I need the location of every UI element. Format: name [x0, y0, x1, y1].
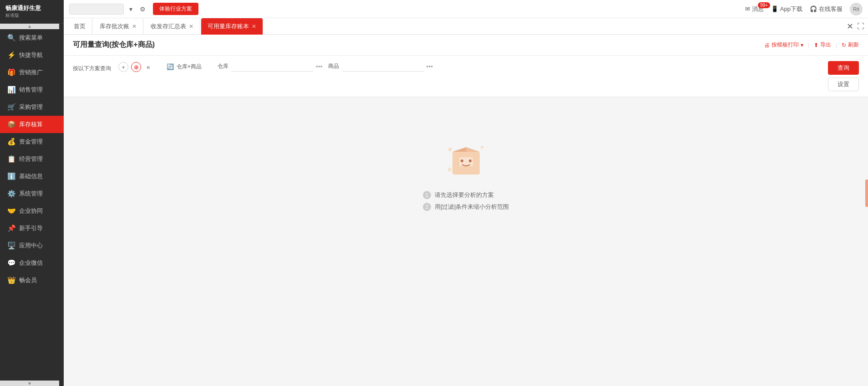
topbar-right: ✉ 消息 99+ 📱 App下载 🎧 在线客服 Rit: [745, 3, 863, 15]
industry-btn[interactable]: 体验行业方案: [153, 3, 198, 15]
action-buttons: 查询 设置: [828, 61, 859, 91]
message-badge: 99+: [758, 2, 770, 8]
dropdown-icon[interactable]: ▾: [127, 4, 134, 15]
empty-tips: 1 请先选择要分析的方案 2 用[过滤]条件来缩小分析范围: [423, 191, 509, 211]
print-template-label: 按模板打印: [772, 41, 799, 49]
export-btn[interactable]: ⬆ 导出: [814, 41, 831, 49]
product-label: 商品: [328, 62, 339, 70]
tab-available-stock-close[interactable]: ✕: [252, 23, 256, 30]
flash-icon: ⚡: [7, 51, 15, 59]
svg-marker-2: [466, 147, 480, 152]
filter-field-product: 商品 •••: [328, 61, 433, 72]
refresh-icon: ↻: [842, 42, 846, 48]
separator-1: |: [808, 42, 809, 48]
sidebar-item-label: 搜索菜单: [19, 34, 43, 42]
tip-num-2: 2: [423, 203, 431, 211]
app-name: 畅康通好生意: [5, 5, 58, 12]
online-service-btn[interactable]: 🎧 在线客服: [810, 5, 843, 13]
refresh-btn[interactable]: ↻ 刷新: [842, 41, 859, 49]
sidebar-logo: 畅康通好生意 标准版: [0, 0, 64, 24]
sidebar-item-operations[interactable]: 📋 经营管理: [0, 150, 64, 168]
sidebar-scroll-down[interactable]: ▼: [0, 381, 59, 386]
scheme-label: 仓库+商品: [177, 63, 202, 71]
printer-icon: 🖨: [764, 42, 770, 48]
svg-point-4: [461, 160, 463, 162]
sidebar-item-shortcut[interactable]: ⚡ 快捷导航: [0, 46, 64, 64]
sidebar-item-marketing[interactable]: 🎁 营销推广: [0, 64, 64, 81]
cart-icon: 🛒: [7, 103, 15, 111]
sidebar: 畅康通好生意 标准版 ▲ 🔍 搜索菜单 ⚡ 快捷导航 🎁 营销推广 📊 销售管理…: [0, 0, 64, 386]
export-label: 导出: [820, 41, 831, 49]
username: Rit: [853, 6, 859, 12]
sidebar-item-member[interactable]: 👑 畅会员: [0, 272, 64, 289]
add-scheme-btn[interactable]: +: [118, 62, 128, 72]
sidebar-item-wechat[interactable]: 💬 企业微信: [0, 254, 64, 272]
clipboard-icon: 📋: [7, 155, 15, 163]
separator-2: |: [836, 42, 837, 48]
sidebar-scroll-up[interactable]: ▲: [0, 24, 59, 29]
settings-icon[interactable]: ⚙: [138, 4, 147, 15]
product-more-btn[interactable]: •••: [426, 63, 433, 70]
topbar-search-input[interactable]: [69, 4, 124, 15]
sidebar-item-label: 营销推广: [19, 68, 43, 77]
sidebar-item-app-center[interactable]: 🖥️ 应用中心: [0, 237, 64, 254]
box-icon: 📦: [7, 120, 15, 129]
right-scroll-indicator: [865, 180, 868, 207]
sidebar-item-search[interactable]: 🔍 搜索菜单: [0, 29, 64, 46]
sidebar-nav: 🔍 搜索菜单 ⚡ 快捷导航 🎁 营销推广 📊 销售管理 🛒 采购管理 📦 库存核…: [0, 29, 64, 381]
close-all-tabs-btn[interactable]: ✕: [847, 21, 853, 31]
content-area: 可用量查询(按仓库+商品) 🖨 按模板打印 ▾ | ⬆ 导出 | ↻ 刷新: [64, 35, 868, 386]
sidebar-item-purchase[interactable]: 🛒 采购管理: [0, 98, 64, 116]
money-icon: 💰: [7, 138, 15, 146]
tab-home[interactable]: 首页: [67, 18, 92, 35]
refresh-label: 刷新: [848, 41, 859, 49]
settings-button[interactable]: 设置: [828, 77, 859, 91]
page-actions: 🖨 按模板打印 ▾ | ⬆ 导出 | ↻ 刷新: [764, 41, 859, 49]
edit-scheme-btn[interactable]: ⊕: [131, 62, 141, 72]
app-download-label: App下载: [780, 5, 802, 13]
avatar[interactable]: Rit: [850, 3, 863, 15]
handshake-icon: 🤝: [7, 207, 15, 215]
product-input[interactable]: [342, 61, 424, 72]
sidebar-item-basic-info[interactable]: ℹ️ 基础信息: [0, 168, 64, 185]
filter-scheme-item[interactable]: 🔄 仓库+商品: [163, 61, 218, 72]
svg-rect-8: [448, 168, 452, 171]
info-icon: ℹ️: [7, 172, 15, 180]
svg-point-7: [481, 146, 483, 149]
expand-icon[interactable]: ⛶: [857, 22, 864, 31]
tab-available-stock[interactable]: 可用量库存账本 ✕: [201, 18, 263, 35]
warehouse-input[interactable]: [231, 61, 313, 72]
tab-home-label: 首页: [74, 22, 86, 31]
sidebar-item-enterprise[interactable]: 🤝 企业协同: [0, 202, 64, 220]
sidebar-item-inventory[interactable]: 📦 库存核算: [0, 116, 64, 133]
crown-icon: 👑: [7, 276, 15, 284]
sidebar-item-newbie[interactable]: 📌 新手引导: [0, 220, 64, 237]
tab-batch-account-close[interactable]: ✕: [132, 23, 137, 30]
query-button[interactable]: 查询: [828, 61, 859, 75]
tab-batch-account-label: 库存批次账: [100, 22, 129, 31]
tab-batch-account[interactable]: 库存批次账 ✕: [93, 18, 143, 35]
message-btn[interactable]: ✉ 消息 99+: [745, 5, 764, 13]
warehouse-more-btn[interactable]: •••: [316, 63, 323, 70]
sidebar-item-label: 基础信息: [19, 172, 43, 180]
sidebar-item-label: 畅会员: [19, 276, 37, 284]
print-template-btn[interactable]: 🖨 按模板打印 ▾: [764, 41, 803, 49]
tab-available-stock-label: 可用量库存账本: [208, 22, 249, 31]
collapse-filter-btn[interactable]: «: [144, 62, 153, 72]
sidebar-item-sales[interactable]: 📊 销售管理: [0, 81, 64, 98]
sidebar-item-system[interactable]: ⚙️ 系统管理: [0, 185, 64, 202]
empty-state: 1 请先选择要分析的方案 2 用[过滤]条件来缩小分析范围: [64, 97, 868, 247]
tip-text-2: 用[过滤]条件来缩小分析范围: [435, 203, 509, 211]
filter-label: 按以下方案查询: [73, 62, 111, 72]
tab-receive-summary-label: 收发存汇总表: [151, 22, 186, 31]
empty-tip-2: 2 用[过滤]条件来缩小分析范围: [423, 203, 509, 211]
print-dropdown-icon[interactable]: ▾: [801, 42, 803, 48]
tabs-actions: ✕ ⛶: [847, 21, 864, 31]
tab-receive-summary[interactable]: 收发存汇总表 ✕: [144, 18, 200, 35]
sidebar-item-label: 资金管理: [19, 138, 43, 146]
app-download-btn[interactable]: 📱 App下载: [771, 5, 802, 13]
sidebar-item-funds[interactable]: 💰 资金管理: [0, 133, 64, 150]
tab-receive-summary-close[interactable]: ✕: [189, 23, 193, 30]
svg-point-6: [448, 148, 452, 151]
chart-icon: 📊: [7, 86, 15, 94]
